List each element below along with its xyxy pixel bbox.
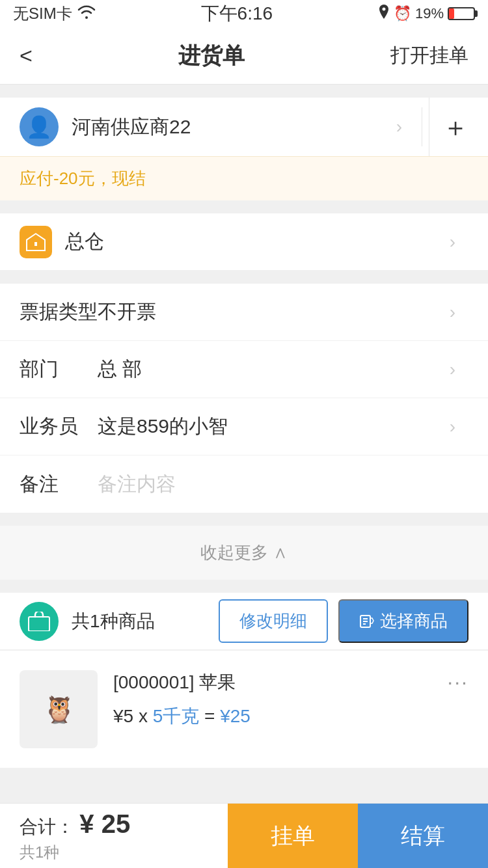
settle-button[interactable]: 结算 <box>358 804 488 869</box>
department-label: 部门 <box>20 356 98 383</box>
products-count: 共1种商品 <box>72 609 219 634</box>
status-indicators: ⏰ 19% <box>378 5 475 23</box>
select-product-button[interactable]: 选择商品 <box>338 599 468 643</box>
collapse-button[interactable]: 收起更多 ∧ <box>0 526 488 580</box>
edit-detail-button[interactable]: 修改明细 <box>219 599 328 643</box>
wifi-icon <box>77 5 96 23</box>
product-card: 🦉 [0000001] 苹果 ¥5 x 5千克 = ¥25 ··· <box>0 650 488 768</box>
product-name: [0000001] 苹果 <box>113 670 431 695</box>
ticket-type-row[interactable]: 票据类型 不开票 › <box>0 284 488 341</box>
footer-total-section: 合计： ¥ 25 共1种 <box>0 809 228 863</box>
supplier-divider <box>422 107 422 146</box>
supplier-name: 河南供应商22 <box>72 114 396 141</box>
status-carrier: 无SIM卡 <box>13 3 96 24</box>
warehouse-name: 总仓 <box>65 228 450 255</box>
footer-total-label: 合计： <box>20 817 74 837</box>
supplier-section: 👤 河南供应商22 › ＋ 应付-20元，现结 <box>0 98 488 200</box>
svg-rect-0 <box>29 617 49 631</box>
product-price: ¥5 x 5千克 = ¥25 <box>113 704 431 729</box>
department-value: 总 部 <box>98 356 450 383</box>
location-icon <box>378 5 390 23</box>
section-gap-1 <box>0 85 488 98</box>
add-supplier-button[interactable]: ＋ <box>429 98 468 156</box>
remarks-input[interactable]: 备注内容 <box>98 471 468 498</box>
remarks-row[interactable]: 备注 备注内容 <box>0 455 488 513</box>
salesman-value: 这是859的小智 <box>98 413 450 440</box>
warehouse-chevron-icon: › <box>450 232 455 252</box>
department-chevron-icon: › <box>450 359 455 380</box>
salesman-row[interactable]: 业务员 这是859的小智 › <box>0 398 488 455</box>
products-icon <box>20 602 59 641</box>
select-product-label: 选择商品 <box>380 610 448 632</box>
product-info: [0000001] 苹果 ¥5 x 5千克 = ¥25 <box>113 670 431 729</box>
ticket-type-value: 不开票 <box>98 299 450 325</box>
footer: 合计： ¥ 25 共1种 挂单 结算 <box>0 803 488 868</box>
remarks-label: 备注 <box>20 471 98 498</box>
open-pending-button[interactable]: 打开挂单 <box>390 42 468 69</box>
battery-icon <box>448 7 475 20</box>
footer-total-count: 共1种 <box>20 842 208 863</box>
product-logo: 🦉 <box>43 694 74 725</box>
status-bar: 无SIM卡 下午6:16 ⏰ 19% <box>0 0 488 27</box>
warehouse-row[interactable]: 总仓 › <box>0 213 488 271</box>
salesman-chevron-icon: › <box>450 416 455 437</box>
product-thumbnail: 🦉 <box>20 670 98 748</box>
carrier-text: 无SIM卡 <box>13 3 72 24</box>
footer-total-amount: ¥ 25 <box>79 809 130 838</box>
form-section: 票据类型 不开票 › 部门 总 部 › 业务员 这是859的小智 › 备注 备注… <box>0 284 488 513</box>
alarm-icon: ⏰ <box>394 5 411 22</box>
footer-total-line: 合计： ¥ 25 <box>20 809 208 839</box>
payment-info-banner: 应付-20元，现结 <box>0 156 488 200</box>
battery-percent: 19% <box>415 5 444 22</box>
person-icon: 👤 <box>26 115 52 139</box>
product-more-button[interactable]: ··· <box>447 670 468 694</box>
ticket-type-chevron-icon: › <box>450 302 455 323</box>
back-button[interactable]: < <box>20 43 33 68</box>
ticket-type-label: 票据类型 <box>20 299 98 325</box>
department-row[interactable]: 部门 总 部 › <box>0 341 488 398</box>
status-time: 下午6:16 <box>201 1 273 26</box>
nav-bar: < 进货单 打开挂单 <box>0 27 488 85</box>
salesman-label: 业务员 <box>20 413 98 440</box>
page-title: 进货单 <box>178 41 245 71</box>
supplier-row[interactable]: 👤 河南供应商22 › ＋ <box>0 98 488 156</box>
products-header: 共1种商品 修改明细 选择商品 <box>0 593 488 650</box>
pending-button[interactable]: 挂单 <box>228 804 358 869</box>
supplier-avatar: 👤 <box>20 107 59 146</box>
warehouse-icon <box>20 226 52 258</box>
supplier-chevron-icon: › <box>396 116 402 137</box>
